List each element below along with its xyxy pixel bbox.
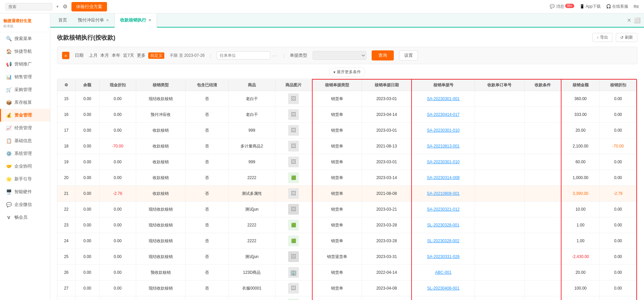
- sidebar-item-system[interactable]: ⚙️ 系统管理: [0, 147, 50, 160]
- filter-this-month[interactable]: 本月: [100, 52, 109, 58]
- cell-bill-type: 销货单: [312, 202, 362, 217]
- cell-bill-type: 销货单: [312, 217, 362, 233]
- sidebar-item-hardware[interactable]: 🖥️ 智能硬件: [0, 185, 50, 198]
- search-input[interactable]: [5, 3, 52, 10]
- filter-expand-button[interactable]: »: [62, 52, 69, 59]
- filter-partner-input[interactable]: [217, 51, 270, 59]
- cell-bill-date: 2023-03-01: [362, 91, 412, 107]
- cell-bill-no[interactable]: SA-20230301-010: [412, 154, 475, 170]
- cell-bill-no[interactable]: SA-20210813-001: [412, 138, 475, 154]
- filter-date-range: 不限 至 2023-07-26: [170, 53, 205, 58]
- filter-custom[interactable]: 自定义: [148, 52, 164, 59]
- sidebar-item-collab[interactable]: 🤝 企业协同: [0, 160, 50, 173]
- cell-settled: 否: [185, 202, 228, 217]
- query-button[interactable]: 查询: [372, 50, 394, 60]
- cell-bill-no[interactable]: SL-20230328-001: [412, 217, 475, 233]
- expand-more-button[interactable]: ▾ 展开更多条件: [329, 68, 365, 77]
- cell-img: 🖼: [275, 281, 312, 296]
- cell-type: 现结收款核销: [136, 233, 185, 249]
- sidebar-item-shortcut[interactable]: 🏠 快捷导航: [0, 45, 50, 58]
- main-area: 首页 预付冲应付单 ✕ 收款核销执行 ✕ ✕ ⬜ 收款核销执行(按收款) ↑: [50, 13, 644, 300]
- cell-bill-no[interactable]: SA-20230314-008: [412, 170, 475, 186]
- filter-bar: » 日期 上月 本月 本年 近7天 更多 自定义 不限 至 2023-07-26…: [57, 47, 637, 64]
- tab-prepay-close[interactable]: ✕: [106, 18, 109, 23]
- cell-balance: 0.00: [75, 296, 99, 300]
- filter-this-year[interactable]: 本年: [112, 52, 120, 58]
- business-icon: 📈: [6, 125, 12, 131]
- tab-writeoff[interactable]: 收款核销执行 ✕: [115, 13, 157, 28]
- cell-bill-type: 销货单: [312, 107, 362, 123]
- cell-type: 现结收款核销: [136, 91, 185, 107]
- cell-bill-no[interactable]: SA-20230414-017: [412, 107, 475, 123]
- table-row: 19 0.00 0.00 收款核销 否 999 🖼 销货单 2023-03-01…: [57, 154, 637, 170]
- cell-wo-discount: 0.00: [600, 265, 637, 281]
- tab-prepay[interactable]: 预付冲应付单 ✕: [72, 13, 115, 27]
- filter-more[interactable]: 更多: [137, 52, 146, 58]
- table-row: 16 0.00 0.00 预付冲应收 否 老白干 🖼 销货单 2023-04-1…: [57, 107, 637, 123]
- cell-img: 🖼: [275, 202, 312, 217]
- filter-divider2: |: [283, 53, 284, 58]
- sidebar-item-business[interactable]: 📈 经营管理: [0, 122, 50, 134]
- sidebar-item-guide[interactable]: 🌟 新手引导: [0, 173, 50, 185]
- cell-bill-date: 2023-03-28: [362, 217, 412, 233]
- sidebar-item-finance[interactable]: 💰 资金管理: [0, 109, 50, 122]
- filter-7days[interactable]: 近7天: [123, 52, 134, 58]
- cell-discount: 0.00: [99, 123, 136, 138]
- refresh-button[interactable]: ↺ 刷新: [616, 33, 637, 42]
- marketing-icon: 📢: [6, 61, 12, 67]
- cell-img: 🟩: [275, 296, 312, 300]
- filter-partner-dots[interactable]: ···: [272, 53, 278, 58]
- sidebar-item-basic[interactable]: 📋 基础信息: [0, 134, 50, 147]
- filter-bill-type-select[interactable]: [313, 51, 366, 60]
- sidebar-item-sales[interactable]: 📊 销售管理: [0, 71, 50, 83]
- setting-button[interactable]: 设置: [399, 50, 418, 60]
- col-settings[interactable]: ⚙: [57, 79, 75, 91]
- app-download-link[interactable]: 📱 App下载: [580, 4, 601, 9]
- sidebar-item-member[interactable]: V 畅会员: [0, 211, 50, 224]
- cell-img: 🟩: [275, 217, 312, 233]
- cell-bill-no[interactable]: SL-20230408-001: [412, 281, 475, 296]
- cell-bill-no[interactable]: SA-20210808-001: [412, 186, 475, 202]
- hardware-icon: 🖥️: [6, 189, 12, 195]
- cell-settled: 否: [185, 249, 228, 265]
- tab-writeoff-close[interactable]: ✕: [148, 18, 151, 23]
- sidebar-item-purchase[interactable]: 🛒 采购管理: [0, 83, 50, 96]
- sidebar-item-wechat[interactable]: 💬 企业微信: [0, 198, 50, 211]
- cell-wo-discount: 0.00: [600, 296, 637, 300]
- settings-icon[interactable]: ⚙: [63, 3, 67, 10]
- online-service-link[interactable]: 🎧 在线客服: [606, 4, 628, 9]
- sidebar-label-search: 搜索菜单: [14, 36, 32, 42]
- cell-type: 收款核销: [136, 154, 185, 170]
- user-area[interactable]: Rit: [634, 4, 639, 9]
- tab-home[interactable]: 首页: [53, 13, 72, 27]
- cell-order-no: [475, 154, 524, 170]
- cell-amount: -2,430.00: [561, 249, 600, 265]
- sidebar-item-inventory[interactable]: 📦 库存核算: [0, 96, 50, 109]
- cell-img: 🏢: [275, 265, 312, 281]
- cell-bill-no[interactable]: SA-20230321-012: [412, 202, 475, 217]
- filter-last-month[interactable]: 上月: [89, 52, 98, 58]
- sidebar-item-search[interactable]: 🔍 搜索菜单: [0, 32, 50, 45]
- cell-type: 收款核销: [136, 170, 185, 186]
- cell-order-no: [475, 107, 524, 123]
- cell-bill-no[interactable]: SA-20230301-001: [412, 91, 475, 107]
- notification-area[interactable]: 💬 消息 99+: [550, 4, 574, 9]
- industry-solution-button[interactable]: 休验行业方案: [71, 2, 107, 11]
- cell-bill-no[interactable]: SA-20230331-026: [412, 249, 475, 265]
- maximize-icon[interactable]: ⬜: [634, 17, 641, 24]
- cell-no: 17: [57, 123, 75, 138]
- cell-goods: 2222: [228, 170, 275, 186]
- cell-goods: 999: [228, 123, 275, 138]
- cell-bill-no[interactable]: ABC-001: [412, 265, 475, 281]
- sidebar-item-marketing[interactable]: 📢 营销推广: [0, 58, 50, 71]
- cell-bill-no[interactable]: SL-20230418-001: [412, 296, 475, 300]
- cell-bill-no[interactable]: SA-20230301-010: [412, 123, 475, 138]
- cell-pay-term: [524, 91, 561, 107]
- product-thumbnail: 🟩: [288, 235, 299, 246]
- cell-goods: 测试jun: [228, 202, 275, 217]
- top-bar-right: 💬 消息 99+ 📱 App下载 🎧 在线客服 Rit: [550, 4, 639, 9]
- cell-bill-no[interactable]: SL-20230328-002: [412, 233, 475, 249]
- cell-wo-discount: 0.00: [600, 107, 637, 123]
- export-button[interactable]: ↑ 导出: [592, 33, 612, 42]
- close-window-icon[interactable]: ✕: [627, 17, 631, 24]
